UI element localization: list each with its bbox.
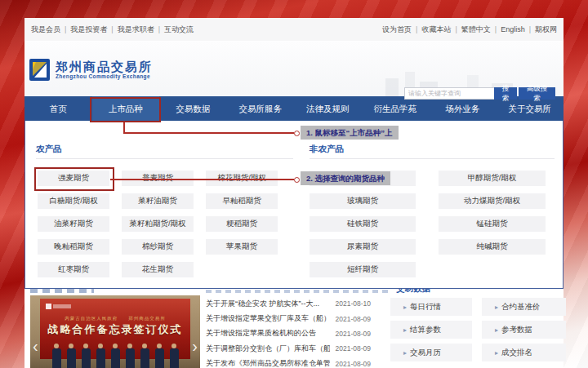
- utility-links-left: 我是会员 我是投资者 我是求职者 互动交流: [31, 24, 194, 35]
- news-item[interactable]: 关于开展“稳企安农 护航实体”--大... 2021-08-10: [206, 296, 371, 311]
- annotation-connector-step2: [110, 179, 294, 180]
- carousel-prev-icon[interactable]: ‹: [33, 338, 38, 354]
- news-carousel[interactable]: 内蒙古自治区人民政府 郑州商品交易所 战略合作备忘录签订仪式 ‹ ›: [30, 295, 200, 368]
- brand-text: 郑州商品交易所 Zhengzhou Commodity Exchange: [56, 60, 153, 79]
- people-silhouettes: [47, 344, 184, 368]
- nav-exchange-services[interactable]: 交易所服务: [227, 96, 295, 121]
- link-investor[interactable]: 我是投资者: [60, 24, 107, 35]
- listed-products-dropdown: 农产品 非农产品 强麦期货 普麦期货 棉花期货/期权 白糖期货/期权 菜籽油期货…: [24, 121, 564, 289]
- bullet-icon: ▸: [403, 326, 407, 334]
- nav-trading-data[interactable]: 交易数据: [159, 96, 227, 121]
- pill-label: 结算参数: [410, 325, 441, 335]
- product-rapeseed[interactable]: 油菜籽期货: [38, 216, 109, 232]
- annotation-connector-step1: [123, 132, 294, 134]
- pill-label: 参考数据: [501, 325, 532, 335]
- news-date: 2021-08-09: [336, 360, 371, 368]
- news-title: 关于调整部分交割仓（厂）库和车（船）...: [206, 344, 330, 354]
- product-methanol[interactable]: 甲醇期货/期权: [439, 171, 546, 186]
- search-bar: 搜索 高级搜索: [404, 87, 555, 100]
- product-japonica-rice[interactable]: 粳稻期货: [206, 216, 278, 232]
- product-cotton-yarn[interactable]: 棉纱期货: [122, 239, 194, 255]
- news-item[interactable]: 关于调整部分交割仓（厂）库和车（船）... 2021-08-09: [206, 341, 371, 356]
- news-item[interactable]: 关于发布《郑州商品交易所标准仓单管理... 2021-08-09: [206, 357, 371, 368]
- bullet-icon: ▸: [403, 349, 407, 357]
- product-short-fiber[interactable]: 短纤期货: [310, 262, 416, 277]
- product-peanut[interactable]: 花生期货: [122, 262, 194, 277]
- product-early-rice[interactable]: 早籼稻期货: [206, 193, 278, 209]
- nonagri-section-title: 非农产品: [310, 140, 555, 159]
- site-title: 郑州商品交易所: [56, 60, 153, 73]
- link-volume-ranking[interactable]: ▸ 成交排名: [482, 344, 566, 361]
- clipped-section-header-left: [30, 289, 94, 293]
- screenshot-root: 我是会员 我是投资者 我是求职者 互动交流 设为首页 收藏本站 繁體中文 Eng…: [0, 0, 588, 368]
- annotation-step2: 2. 选择查询的期货品种: [301, 171, 390, 185]
- product-late-rice[interactable]: 晚籼稻期货: [38, 239, 109, 255]
- annotation-endpoint-step1: [294, 131, 300, 136]
- link-reference-data[interactable]: ▸ 参考数据: [482, 321, 566, 339]
- news-date: 2021-08-09: [336, 330, 371, 338]
- news-item[interactable]: 关于增设指定苹果交割厂库及车（船）板... 2021-08-09: [206, 311, 371, 326]
- pill-label: 成交排名: [501, 348, 532, 358]
- news-title: 关于增设指定苹果质检机构的公告: [206, 328, 316, 339]
- pill-label: 合约基准价: [501, 302, 541, 313]
- link-set-homepage[interactable]: 设为首页: [382, 24, 412, 35]
- carousel-photo-title: 战略合作备忘录签订仪式: [40, 322, 190, 337]
- news-item[interactable]: 关于增设指定苹果质检机构的公告 2021-08-09: [206, 326, 371, 341]
- site-header: 郑州商品交易所 Zhengzhou Commodity Exchange 搜索 …: [24, 41, 564, 96]
- product-white-sugar[interactable]: 白糖期货/期权: [38, 193, 109, 209]
- zce-small-logo-icon: [46, 304, 71, 309]
- product-thermal-coal[interactable]: 动力煤期货/期权: [439, 193, 546, 209]
- site-panel: 我是会员 我是投资者 我是求职者 互动交流 设为首页 收藏本站 繁體中文 Eng…: [24, 18, 564, 368]
- product-rapeseed-meal[interactable]: 菜籽粕期货/期权: [122, 216, 194, 232]
- link-traditional-chinese[interactable]: 繁體中文: [451, 24, 490, 35]
- link-contract-benchmark-price[interactable]: ▸ 合约基准价: [482, 298, 566, 316]
- product-glass[interactable]: 玻璃期货: [310, 193, 416, 209]
- product-strong-wheat[interactable]: 强麦期货: [38, 171, 109, 186]
- link-trading-calendar[interactable]: ▸ 交易月历: [390, 344, 472, 361]
- link-english[interactable]: English: [491, 25, 525, 33]
- product-apple[interactable]: 苹果期货: [206, 239, 278, 255]
- link-bookmark[interactable]: 收藏本站: [412, 24, 451, 35]
- annotation-step1: 1. 鼠标移至“上市品种”上: [301, 126, 399, 140]
- nav-laws-rules[interactable]: 法律及规则: [294, 96, 362, 121]
- link-daily-quotes[interactable]: ▸ 每日行情: [390, 298, 472, 316]
- carousel-photo-subtitle: 内蒙古自治区人民政府 郑州商品交易所: [40, 316, 190, 321]
- annotation-endpoint-step2: [294, 177, 300, 183]
- trading-data-links: ▸ 每日行情 ▸ 合约基准价 ▸ 结算参数 ▸ 参考数据 ▸ 交易月历: [390, 298, 566, 361]
- agri-products-grid: 强麦期货 普麦期货 棉花期货/期权 白糖期货/期权 菜籽油期货 早籼稻期货 油菜…: [38, 171, 278, 277]
- advanced-search-button[interactable]: 高级搜索: [519, 87, 555, 100]
- news-title: 关于发布《郑州商品交易所标准仓单管理...: [206, 358, 330, 368]
- bullet-icon: ▸: [495, 304, 498, 311]
- nav-otc-business[interactable]: 场外业务: [429, 96, 497, 121]
- brand[interactable]: 郑州商品交易所 Zhengzhou Commodity Exchange: [29, 59, 153, 81]
- clipped-section-header-mid: [206, 290, 392, 293]
- news-date: 2021-08-09: [336, 315, 371, 323]
- nonagri-products-grid: 甲醇期货/期权 玻璃期货 动力煤期货/期权 硅铁期货 锰硅期货 尿素期货 纯碱期…: [310, 171, 546, 277]
- news-date: 2021-08-10: [336, 299, 371, 308]
- agri-section-title: 农产品: [36, 140, 293, 159]
- product-silicon-manganese[interactable]: 锰硅期货: [439, 216, 546, 232]
- product-jujube[interactable]: 红枣期货: [38, 262, 109, 277]
- utility-links-right: 设为首页 收藏本站 繁體中文 English 期权网: [382, 24, 557, 35]
- product-urea[interactable]: 尿素期货: [310, 239, 416, 255]
- bullet-icon: ▸: [403, 304, 407, 311]
- nav-listed-products[interactable]: 上市品种: [92, 96, 160, 121]
- link-interaction[interactable]: 互动交流: [154, 24, 194, 35]
- link-options-site[interactable]: 期权网: [525, 24, 557, 35]
- pill-label: 每日行情: [410, 302, 441, 313]
- link-settlement-parameters[interactable]: ▸ 结算参数: [390, 321, 472, 339]
- page-body: 内蒙古自治区人民政府 郑州商品交易所 战略合作备忘录签订仪式 ‹ › 关于开展“…: [24, 288, 564, 368]
- pill-label: 交易月历: [410, 348, 441, 358]
- carousel-next-icon[interactable]: ›: [192, 338, 198, 354]
- news-list: 关于开展“稳企安农 护航实体”--大... 2021-08-10 关于增设指定苹…: [206, 296, 371, 368]
- link-jobseeker[interactable]: 我是求职者: [107, 24, 154, 35]
- link-member[interactable]: 我是会员: [31, 24, 60, 35]
- search-input[interactable]: [404, 87, 494, 100]
- nav-home[interactable]: 首页: [24, 96, 92, 121]
- search-button[interactable]: 搜索: [494, 87, 517, 100]
- product-ferrosilicon[interactable]: 硅铁期货: [310, 216, 416, 232]
- product-soda-ash[interactable]: 纯碱期货: [439, 239, 546, 255]
- product-rapeseed-oil[interactable]: 菜籽油期货: [122, 193, 194, 209]
- news-date: 2021-08-09: [336, 344, 371, 352]
- nav-derivatives-academy[interactable]: 衍生品学苑: [362, 96, 430, 121]
